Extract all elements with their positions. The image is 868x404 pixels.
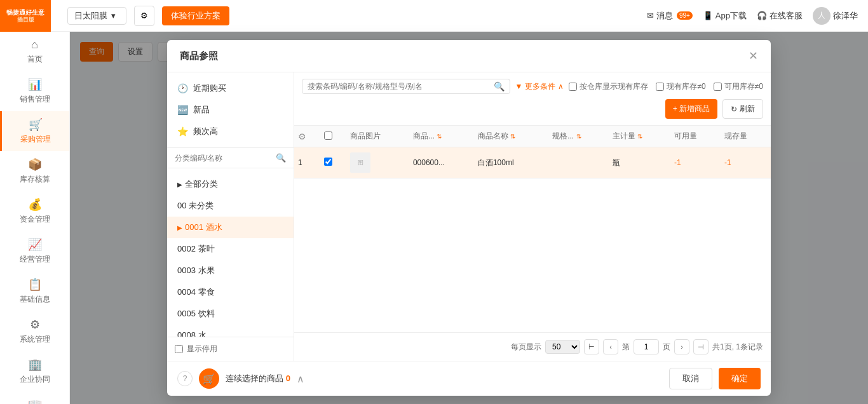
td-check <box>320 147 346 178</box>
last-page-btn[interactable]: ⊣ <box>693 339 709 354</box>
cart-text: 连续选择的商品 0 <box>226 373 290 384</box>
modal-overlay: 商品参照 ✕ 🕐 近期购买 🆕 <box>70 32 868 404</box>
action-buttons: + 新增商品 ↻ 刷新 <box>665 99 763 119</box>
settings-btn[interactable]: ⚙ <box>134 6 154 26</box>
headset-icon: 🎧 <box>757 11 767 20</box>
page-input[interactable] <box>634 339 659 354</box>
sidebar-item-finance[interactable]: 💰 资金管理 <box>0 191 69 231</box>
select-all-checkbox[interactable] <box>324 131 332 140</box>
td-stock: -1 <box>721 147 771 178</box>
sidebar-item-basic[interactable]: 📋 基础信息 <box>0 271 69 311</box>
page-label: 第 <box>622 342 630 353</box>
new-icon: 🆕 <box>177 105 188 115</box>
sidebar-item-operations[interactable]: 📈 经营管理 <box>0 231 69 271</box>
show-disabled-checkbox[interactable] <box>175 345 183 353</box>
sidebar-item-inventory[interactable]: 📦 库存核算 <box>0 151 69 191</box>
operations-icon: 📈 <box>28 238 42 252</box>
product-search-icon[interactable]: 🔍 <box>494 81 505 91</box>
table-row[interactable]: 1 图 000600... 白酒100ml <box>294 147 771 178</box>
td-unit: 瓶 <box>609 147 671 178</box>
category-search-input[interactable] <box>175 154 276 163</box>
sidebar-item-label: 系统管理 <box>20 334 50 345</box>
th-code-label: 商品... <box>413 131 435 140</box>
quick-action-frequent[interactable]: ⭐ 频次高 <box>167 121 294 142</box>
product-search-wrap: 🔍 <box>302 79 510 94</box>
sort-name-icon[interactable]: ⇅ <box>510 133 515 140</box>
quick-action-new[interactable]: 🆕 新品 <box>167 99 294 121</box>
checkbox-warehouse[interactable]: 按仓库显示现有库存 <box>569 81 648 92</box>
sidebar-item-label: 经营管理 <box>20 254 50 265</box>
guide-icon: 📖 <box>28 398 42 404</box>
sidebar-item-guide[interactable]: 📖 新手引导 <box>0 391 69 404</box>
category-item-0001[interactable]: ▶ 0001 酒水 <box>167 217 294 238</box>
cancel-btn[interactable]: 取消 <box>669 368 712 389</box>
topbar-right: ✉ 消息 99+ 📱 App下载 🎧 在线客服 人 徐泽华 <box>647 7 858 25</box>
sidebar-item-enterprise[interactable]: 🏢 企业协同 <box>0 351 69 391</box>
prev-page-btn[interactable]: ‹ <box>603 339 618 354</box>
checkbox-stock[interactable]: 现有库存≠0 <box>656 81 705 92</box>
sidebar-item-home[interactable]: ⌂ 首页 <box>0 32 69 71</box>
warehouse-checkbox[interactable] <box>569 83 577 91</box>
trial-btn[interactable]: 体验行业方案 <box>162 6 229 25</box>
modal-close-btn[interactable]: ✕ <box>749 49 758 63</box>
more-filter-btn[interactable]: ▼ 更多条件 ∧ <box>515 81 564 92</box>
th-settings: ⚙ <box>294 126 320 147</box>
user-profile-btn[interactable]: 人 徐泽华 <box>813 7 858 25</box>
confirm-btn[interactable]: 确定 <box>719 368 761 389</box>
messages-btn[interactable]: ✉ 消息 99+ <box>647 10 693 22</box>
sidebar-item-sales[interactable]: 📊 销售管理 <box>0 71 69 111</box>
category-item-0005[interactable]: 0005 饮料 <box>167 303 294 325</box>
column-settings-icon[interactable]: ⚙ <box>298 131 306 142</box>
available-checkbox[interactable] <box>714 83 722 91</box>
quick-action-label: 频次高 <box>193 126 218 137</box>
collapse-footer-btn[interactable]: ∧ <box>297 373 304 385</box>
system-icon: ⚙ <box>30 318 40 332</box>
online-service-btn[interactable]: 🎧 在线客服 <box>757 10 803 22</box>
stock-checkbox[interactable] <box>656 83 664 91</box>
sort-spec-icon[interactable]: ⇅ <box>576 133 581 140</box>
checkbox-available[interactable]: 可用库存≠0 <box>714 81 763 92</box>
th-unit-label: 主计量 <box>613 131 635 140</box>
category-item-label: 0003 水果 <box>177 265 215 276</box>
category-item-00[interactable]: 00 未分类 <box>167 195 294 217</box>
first-page-btn[interactable]: ⊢ <box>584 339 599 354</box>
category-search-bar: 🔍 <box>167 148 294 168</box>
purchase-icon: 🛒 <box>29 118 43 131</box>
add-product-btn[interactable]: + 新增商品 <box>665 99 717 119</box>
company-selector[interactable]: 日太阳膜 ▾ <box>67 7 126 25</box>
category-item-label: 0008 水 <box>177 330 207 337</box>
category-item-0004[interactable]: 0004 零食 <box>167 281 294 303</box>
category-item-0003[interactable]: 0003 水果 <box>167 260 294 281</box>
per-page-select[interactable]: 50 20 100 <box>545 340 580 354</box>
th-image: 商品图片 <box>346 126 409 147</box>
sort-unit-icon[interactable]: ⇅ <box>637 133 642 140</box>
sidebar-item-label: 首页 <box>27 54 43 65</box>
category-search-icon[interactable]: 🔍 <box>276 153 286 163</box>
cart-text-label: 连续选择的商品 <box>226 374 283 383</box>
refresh-btn[interactable]: ↻ 刷新 <box>722 99 763 119</box>
app-download-btn[interactable]: 📱 App下载 <box>703 10 747 22</box>
filter-checkboxes: 按仓库显示现有库存 现有库存≠0 可用库存≠0 <box>569 81 763 92</box>
sidebar-item-label: 采购管理 <box>20 134 51 145</box>
sort-code-icon[interactable]: ⇅ <box>437 133 442 140</box>
quick-action-recent[interactable]: 🕐 近期购买 <box>167 77 294 99</box>
sidebar-item-purchase[interactable]: 🛒 采购管理 <box>0 111 69 151</box>
mobile-icon: 📱 <box>703 11 713 20</box>
right-panel: 🔍 ▼ 更多条件 ∧ 按仓库显示现有库存 <box>294 72 771 361</box>
product-search-input[interactable] <box>308 82 494 91</box>
row-checkbox[interactable] <box>324 158 332 166</box>
th-name-label: 商品名称 <box>478 131 508 140</box>
cart-icon[interactable]: 🛒 <box>199 368 219 389</box>
category-item-0002[interactable]: 0002 茶叶 <box>167 238 294 260</box>
category-item-0008[interactable]: 0008 水 <box>167 325 294 337</box>
filter-label: 更多条件 <box>525 81 555 92</box>
logo-line1: 畅捷通好生意 <box>6 9 44 17</box>
sidebar-item-system[interactable]: ⚙ 系统管理 <box>0 311 69 351</box>
enterprise-icon: 🏢 <box>28 358 42 372</box>
next-page-btn[interactable]: › <box>674 339 689 354</box>
arrow-right-icon: ▶ <box>177 181 182 188</box>
category-item-all[interactable]: ▶ 全部分类 <box>167 173 294 195</box>
help-icon[interactable]: ? <box>177 371 193 386</box>
th-spec-label: 规格... <box>552 131 574 140</box>
username-label: 徐泽华 <box>833 10 858 22</box>
